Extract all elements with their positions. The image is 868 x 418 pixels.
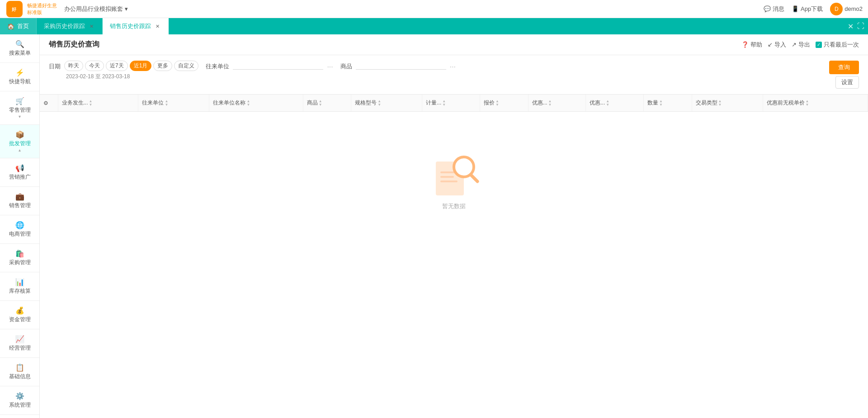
sidebar-item-ecommerce[interactable]: 🌐 电商管理 — [0, 215, 39, 244]
th-discount1[interactable]: 优惠... ▲▼ — [528, 95, 586, 112]
th-spec[interactable]: 规格型号 ▲▼ — [351, 95, 422, 112]
help-button[interactable]: ❓ 帮助 — [741, 41, 762, 49]
date-btn-1month[interactable]: 近1月 — [130, 61, 152, 71]
goods-filter-group: 商品 ... — [340, 61, 456, 71]
th-goods[interactable]: 商品 ▲▼ — [303, 95, 351, 112]
page-title: 销售历史价查询 — [49, 40, 99, 49]
th-partner-code[interactable]: 往来单位 ▲▼ — [138, 95, 209, 112]
th-quote[interactable]: 报价 ▲▼ — [480, 95, 528, 112]
th-partner-name[interactable]: 往来单位名称 ▲▼ — [209, 95, 303, 112]
partner-input[interactable] — [233, 61, 323, 70]
sidebar-item-wholesale-mgmt[interactable]: 📦 批发管理 ▴ — [0, 125, 39, 158]
app-download-button[interactable]: 📱 App下载 — [792, 5, 823, 13]
sales-mgmt-icon: 💼 — [2, 192, 38, 201]
user-menu[interactable]: D demo2 — [830, 3, 863, 15]
sidebar-item-search-menu[interactable]: 🔍 搜索菜单 — [0, 34, 39, 63]
tab-sales-history[interactable]: 销售历史价跟踪 ✕ — [103, 18, 169, 34]
filter-bar: 日期 昨天 今天 近7天 近1月 更多 自定义 2023-02-18 至 202… — [40, 55, 868, 95]
sidebar-item-marketing[interactable]: 📢 营销推广 — [0, 158, 39, 187]
partner-input-group: ... — [233, 61, 333, 70]
system-icon: ⚙️ — [2, 392, 38, 400]
inventory-icon: 📊 — [2, 278, 38, 286]
th-unit[interactable]: 计量... ▲▼ — [422, 95, 480, 112]
ecommerce-icon: 🌐 — [2, 221, 38, 229]
date-btn-today[interactable]: 今天 — [85, 61, 104, 71]
quick-nav-icon: ⚡ — [2, 68, 38, 77]
sort-icon: ▲▼ — [806, 100, 809, 107]
gear-icon[interactable]: ⚙ — [43, 100, 48, 106]
empty-state: 暂无数据 — [40, 112, 868, 247]
operations-icon: 📈 — [2, 335, 38, 343]
data-table: ⚙ 业务发生... ▲▼ 往来单位 ▲▼ — [40, 95, 868, 112]
tab-close-purchase[interactable]: ✕ — [88, 23, 95, 30]
th-biz-date[interactable]: 业务发生... ▲▼ — [58, 95, 138, 112]
sidebar-item-purchase-mgmt[interactable]: 🛍️ 采购管理 — [0, 244, 39, 272]
only-last-toggle[interactable]: ✓ 只看最后一次 — [816, 41, 859, 49]
query-button[interactable]: 查询 — [829, 61, 859, 74]
sort-icon: ▲▼ — [319, 100, 322, 107]
tab-purchase-history[interactable]: 采购历史价跟踪 ✕ — [37, 18, 103, 34]
tab-home[interactable]: 🏠 首页 — [0, 18, 37, 34]
basics-icon: 📋 — [2, 363, 38, 372]
goods-picker-icon[interactable]: ... — [450, 61, 456, 69]
th-trade-type[interactable]: 交易类型 ▲▼ — [692, 95, 763, 112]
th-discount2[interactable]: 优惠... ▲▼ — [586, 95, 644, 112]
date-btn-7days[interactable]: 近7天 — [106, 61, 128, 71]
sort-icon: ▲▼ — [165, 100, 168, 107]
help-icon: ❓ — [741, 41, 749, 48]
app-selector[interactable]: 办公用品行业模拟账套 ▾ — [61, 3, 132, 15]
date-btn-more[interactable]: 更多 — [153, 61, 172, 71]
retail-mgmt-icon: 🛒 — [2, 97, 38, 105]
sidebar-item-finance[interactable]: 💰 资金管理 — [0, 301, 39, 329]
close-all-tabs-button[interactable]: ✕ — [848, 22, 854, 31]
partner-picker-icon[interactable]: ... — [327, 61, 333, 69]
partner-filter-group: 往来单位 ... — [206, 61, 333, 71]
sidebar-item-enterprise-collab[interactable]: 🤝 企业协同 — [0, 415, 39, 418]
sort-icon: ▲▼ — [495, 100, 499, 107]
sidebar-item-operations[interactable]: 📈 经营管理 — [0, 329, 39, 358]
sidebar-item-inventory[interactable]: 📊 库存核算 — [0, 272, 39, 301]
sort-icon: ▲▼ — [377, 100, 381, 107]
th-pre-tax[interactable]: 优惠前无税单价 ▲▼ — [763, 95, 868, 112]
date-filter-label: 日期 — [49, 61, 61, 71]
page-header: 销售历史价查询 ❓ 帮助 ↙ 导入 ↗ 导出 ✓ 只看最后一次 — [40, 34, 868, 55]
avatar: D — [830, 3, 843, 15]
home-icon: 🏠 — [7, 23, 14, 30]
table-wrapper[interactable]: ⚙ 业务发生... ▲▼ 往来单位 ▲▼ — [40, 95, 868, 418]
th-gear[interactable]: ⚙ — [40, 95, 58, 112]
top-bar: 好 畅捷通好生意 标准版 办公用品行业模拟账套 ▾ 💬 消息 📱 App下载 D… — [0, 0, 868, 18]
chevron-up-icon: ▴ — [2, 147, 38, 152]
export-icon: ↗ — [792, 41, 797, 48]
svg-rect-4 — [440, 176, 454, 178]
chevron-down-icon: ▾ — [125, 5, 128, 12]
import-button[interactable]: ↙ 导入 — [768, 41, 786, 49]
wholesale-mgmt-icon: 📦 — [2, 130, 38, 139]
sidebar-item-quick-nav[interactable]: ⚡ 快捷导航 — [0, 63, 39, 91]
svg-line-7 — [471, 175, 477, 181]
date-range-text: 2023-02-18 至 2023-03-18 — [64, 73, 198, 81]
date-buttons: 昨天 今天 近7天 近1月 更多 自定义 — [64, 61, 198, 71]
finance-icon: 💰 — [2, 306, 38, 315]
partner-filter-label: 往来单位 — [206, 61, 229, 71]
sidebar-item-retail-mgmt[interactable]: 🛒 零售管理 ▾ — [0, 91, 39, 125]
sort-icon: ▲▼ — [442, 100, 446, 107]
goods-filter-label: 商品 — [340, 61, 352, 71]
export-button[interactable]: ↗ 导出 — [792, 41, 810, 49]
maximize-button[interactable]: ⛶ — [857, 22, 864, 30]
main-layout: 🔍 搜索菜单 ⚡ 快捷导航 🛒 零售管理 ▾ 📦 批发管理 ▴ 📢 营销推广 💼… — [0, 34, 868, 418]
checkbox-icon: ✓ — [816, 42, 822, 48]
top-bar-left: 好 畅捷通好生意 标准版 办公用品行业模拟账套 ▾ — [5, 0, 132, 18]
table-header: ⚙ 业务发生... ▲▼ 往来单位 ▲▼ — [40, 95, 868, 112]
sidebar-item-sales-mgmt[interactable]: 💼 销售管理 — [0, 187, 39, 215]
sidebar-item-basics[interactable]: 📋 基础信息 — [0, 358, 39, 386]
sidebar-item-system[interactable]: ⚙️ 系统管理 — [0, 386, 39, 415]
sort-icon: ▲▼ — [659, 100, 663, 107]
date-btn-yesterday[interactable]: 昨天 — [64, 61, 83, 71]
date-btn-custom[interactable]: 自定义 — [174, 61, 198, 71]
goods-input[interactable] — [356, 61, 446, 70]
tab-close-sales[interactable]: ✕ — [154, 23, 161, 30]
settings-button[interactable]: 设置 — [835, 76, 859, 89]
download-icon: 📱 — [792, 5, 799, 12]
message-button[interactable]: 💬 消息 — [764, 5, 784, 13]
th-qty[interactable]: 数量 ▲▼ — [643, 95, 692, 112]
